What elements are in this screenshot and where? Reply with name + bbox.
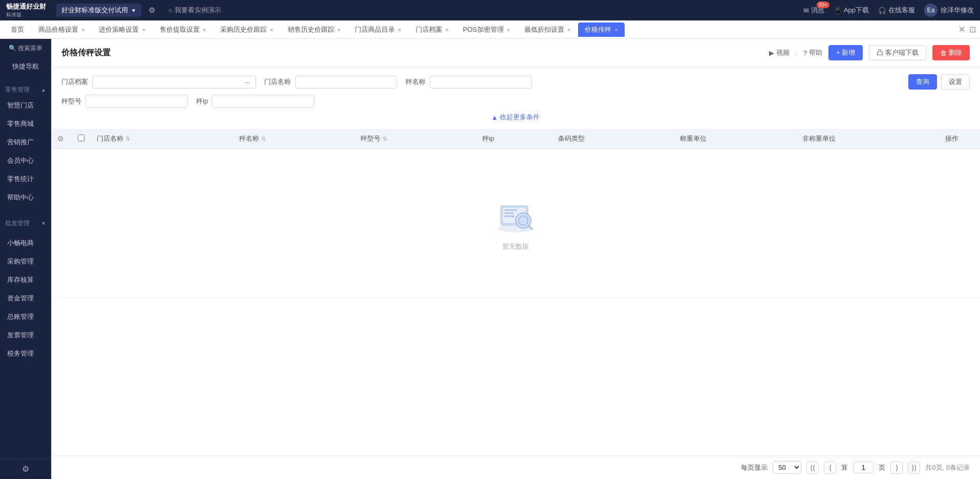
video-help-link[interactable]: ▶ 视频 [769,48,790,57]
last-page-button[interactable]: ⟩⟩ [908,462,920,474]
collapse-button[interactable]: ▲ 收起更多条件 [61,113,970,122]
tab-goods-price[interactable]: 商品价格设置 × [32,23,91,37]
tab-goods-price-label: 商品价格设置 [38,25,78,34]
tab-goods-price-close[interactable]: × [81,27,84,33]
tab-sale-extract-close[interactable]: × [203,27,206,33]
tab-price-scale-close[interactable]: × [614,27,617,33]
settings-filter-button[interactable]: 设置 [941,74,970,90]
per-page-select[interactable]: 50 10 20 100 [773,461,801,474]
help-link[interactable]: ? 帮助 [803,48,822,57]
online-service-label: 在线客服 [888,6,915,15]
tab-min-discount-close[interactable]: × [567,27,570,33]
sort-scale-model-icon[interactable]: ⇅ [382,136,387,142]
delete-button[interactable]: 🗑 删除 [932,45,970,60]
store-name-input[interactable] [295,76,397,89]
filter-scale-model: 秤型号 [61,95,188,107]
th-non-weight-unit-label: 非称重单位 [802,135,836,142]
user-menu[interactable]: Ea 徐泽华修改 [924,4,974,17]
tab-purchase-strategy-close[interactable]: × [142,27,145,33]
settings-icon[interactable]: ⚙ [148,6,155,15]
sidebar-item-purchase[interactable]: 采购管理 [0,252,51,271]
sidebar-item-general[interactable]: 总账管理 [0,308,51,326]
per-page-label: 每页显示 [741,463,768,472]
finance-label: 资金管理 [7,294,34,302]
tab-store-profile[interactable]: 门店档案 × [409,23,455,37]
tab-expand-icon[interactable]: ⊡ [969,25,976,34]
tab-sale-history[interactable]: 销售历史价跟踪 × [281,23,347,37]
collapse-arrow-icon: ▲ [492,114,498,121]
tab-pos-manage[interactable]: POS加密管理 × [456,23,517,37]
th-store-name-label: 门店名称 [97,135,123,142]
tab-store-catalog-close[interactable]: × [398,27,401,33]
tab-store-profile-close[interactable]: × [445,27,449,33]
scale-ip-input[interactable] [212,95,314,107]
tab-pos-manage-label: POS加密管理 [463,25,503,34]
th-barcode-type-label: 条码类型 [558,135,585,142]
first-page-button[interactable]: ⟨⟨ [806,462,819,474]
sidebar-section-wholesale-title[interactable]: 批发管理 ▼ [0,215,51,230]
tab-sale-history-close[interactable]: × [337,27,340,33]
page-number-input[interactable]: 1 [853,462,874,473]
sort-scale-name-icon[interactable]: ⇅ [261,136,266,142]
prev-page-button[interactable]: ⟨ [824,462,836,474]
video-icon: ▶ [769,49,774,57]
scale-name-input[interactable] [430,76,532,89]
sidebar-item-invoice[interactable]: 发票管理 [0,326,51,344]
messages-action[interactable]: ✉ 消息 99+ [803,6,824,15]
tab-store-catalog[interactable]: 门店商品目录 × [348,23,408,37]
query-button[interactable]: 查询 [908,74,937,90]
add-button[interactable]: + 新增 [828,45,863,60]
sidebar-section-retail-title[interactable]: 零售管理 ▲ [0,81,51,96]
empty-text: 暂无数据 [502,242,529,251]
th-scale-name-label: 秤名称 [239,135,259,142]
xiaochang-label: 小畅电商 [7,239,34,247]
tab-purchase-strategy[interactable]: 进价策略设置 × [92,23,152,37]
member-label: 会员中心 [7,157,34,164]
tab-price-scale[interactable]: 价格传秤 × [578,23,624,37]
scale-model-input[interactable] [86,95,188,107]
current-module-label: 好业财标准版交付试用 [61,6,128,15]
sidebar-item-inventory[interactable]: 库存核算 [0,271,51,289]
scale-name-label: 秤名称 [406,77,425,86]
tab-min-discount[interactable]: 最低折扣设置 × [518,23,577,37]
demo-link[interactable]: ○ 我要看实例演示 [168,6,221,15]
select-all-checkbox[interactable] [78,135,84,141]
app-subtitle: 标准版 [6,11,22,18]
app-logo: 畅捷通好业财 标准版 [6,2,47,18]
sidebar-item-retail-mall[interactable]: 零售商城 [0,115,51,133]
sidebar-item-tax[interactable]: 税务管理 [0,344,51,363]
tab-bar-controls: ✕ ⊡ [958,25,976,34]
th-scale-model-label: 秤型号 [360,135,380,142]
sidebar-item-finance[interactable]: 资金管理 [0,289,51,308]
sidebar-item-help[interactable]: 帮助中心 [0,188,51,207]
app-title: 畅捷通好业财 [6,2,46,11]
delete-button-label: 删除 [949,48,962,57]
tab-purchase-strategy-label: 进价策略设置 [99,25,139,34]
column-settings-icon[interactable]: ⚙ [57,135,64,143]
app-download-action[interactable]: 📱 App下载 [834,6,869,15]
tab-pos-manage-close[interactable]: × [507,27,510,33]
module-selector[interactable]: 好业财标准版交付试用 ▼ [56,4,141,17]
tax-label: 税务管理 [7,350,34,357]
tab-close-all-icon[interactable]: ✕ [958,25,965,34]
sidebar-item-retail-stats[interactable]: 零售统计 [0,170,51,188]
content-area: 价格传秤设置 ▶ 视频 | ? 帮助 + 新增 凸 客户端下载 🗑 [51,39,980,479]
sidebar-item-member[interactable]: 会员中心 [0,151,51,170]
collapse-label: 收起更多条件 [500,113,540,122]
sidebar-item-xiaochang[interactable]: 小畅电商 [0,234,51,252]
tab-home[interactable]: 首页 [4,23,31,37]
store-profile-select[interactable]: ··· [92,76,256,89]
sidebar-search[interactable]: 🔍 搜索菜单 [0,39,51,56]
next-page-button[interactable]: ⟩ [890,462,903,474]
sidebar-item-marketing[interactable]: 营销推广 [0,133,51,151]
online-service-action[interactable]: 🎧 在线客服 [878,6,915,15]
sidebar-item-smart-store[interactable]: 智慧门店 [0,96,51,115]
tab-purchase-history-close[interactable]: × [270,27,273,33]
tab-purchase-history[interactable]: 采购历史价跟踪 × [214,23,280,37]
svg-rect-6 [504,209,517,211]
sidebar-settings-icon[interactable]: ⚙ [22,465,29,473]
sort-store-name-icon[interactable]: ⇅ [125,136,130,142]
tab-sale-extract[interactable]: 售价提取设置 × [153,23,212,37]
download-button[interactable]: 凸 客户端下载 [869,45,926,60]
sidebar-item-quick-nav[interactable]: 快捷导航 [0,59,51,74]
